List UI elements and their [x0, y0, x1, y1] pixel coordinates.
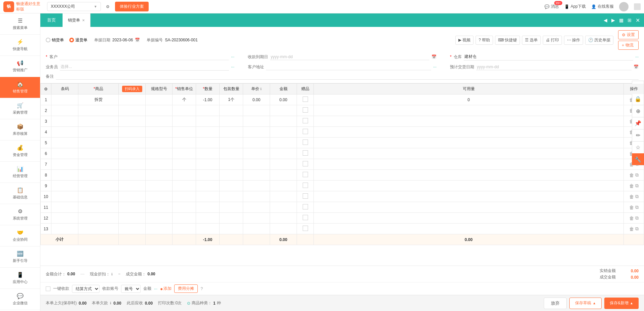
expected-delivery-input[interactable]: yyyy-mm-dd [476, 64, 632, 70]
sidebar-item-wechat[interactable]: 💬 企业微信 [0, 289, 40, 310]
calendar-icon[interactable]: 📅 [135, 38, 140, 42]
company-selector[interactable]: XXXXXX公司 ▼ [47, 2, 101, 11]
settlement-method-select[interactable]: 结算方式 [72, 285, 100, 293]
tab-close-icon[interactable]: ✕ [82, 18, 85, 22]
scan-button[interactable]: 扫码录入 [122, 86, 142, 92]
sidebar-item-purchase[interactable]: 🛒 采购管理 [0, 98, 40, 119]
radio-return-order[interactable]: 退货单 [69, 37, 87, 43]
payment-due-input[interactable]: yyyy-mm-dd [270, 54, 429, 60]
gift-checkbox[interactable] [303, 150, 308, 156]
gift-checkbox[interactable] [303, 107, 308, 113]
rf-edit-btn[interactable]: ✏ [632, 129, 644, 141]
salesperson-more-icon[interactable]: ··· [231, 65, 234, 69]
rf-lock-btn[interactable]: 🔒 [632, 93, 644, 105]
save-draft-button[interactable]: 保存草稿 ▲ [569, 298, 602, 309]
address-more-icon[interactable]: ··· [433, 65, 437, 69]
expense-split-btn[interactable]: 费用分摊 [174, 284, 198, 293]
delete-btn[interactable]: 🗑 [629, 172, 634, 178]
select-btn[interactable]: ☰ 选单 [522, 36, 541, 45]
account-select[interactable]: 账号 [121, 285, 141, 293]
sidebar-item-marketing[interactable]: 📢 营销推广 [0, 56, 40, 77]
gift-checkbox[interactable] [303, 183, 308, 188]
sidebar-item-operations[interactable]: 📊 经营管理 [0, 162, 40, 183]
row-pack-qty[interactable]: 1个 [220, 94, 243, 105]
sidebar-item-app-center[interactable]: 📱 应用中心 [0, 268, 40, 289]
debit-info-icon[interactable]: ℹ [110, 301, 111, 305]
sidebar-item-sales[interactable]: 🏠 销售管理 [0, 77, 40, 98]
one-click-payment-checkbox[interactable] [46, 286, 50, 291]
row-spec[interactable] [119, 94, 146, 105]
customer-address-input[interactable] [266, 64, 431, 70]
gift-checkbox[interactable] [303, 193, 308, 199]
copy-btn[interactable]: ⧉ [635, 194, 639, 199]
warehouse-more-icon[interactable]: ··· [635, 54, 639, 59]
gift-checkbox[interactable] [303, 204, 308, 209]
row-unit[interactable]: 个 [173, 94, 196, 105]
payment-more-icon[interactable]: ··· [154, 286, 157, 291]
row-quantity[interactable]: -1.00 [196, 94, 220, 105]
tab-grid2-icon[interactable]: ⊞ [626, 16, 633, 24]
tab-grid1-icon[interactable]: ▦ [618, 16, 625, 24]
gift-checkbox[interactable] [303, 172, 308, 177]
tab-close-all-icon[interactable]: ✕ [634, 16, 641, 25]
settings-icon[interactable]: ⚙ [103, 2, 112, 11]
warehouse-input[interactable]: 建材仓 [464, 53, 633, 61]
abandon-button[interactable]: 放弃 [544, 298, 567, 309]
expense-help-icon[interactable]: ? [200, 286, 203, 291]
sidebar-item-basic-info[interactable]: 📋 基础信息 [0, 183, 40, 204]
gift-checkbox[interactable] [303, 118, 308, 123]
sidebar-item-enterprise[interactable]: 🤝 企业协同 [0, 225, 40, 246]
message-btn[interactable]: 💬 消息 99+ [544, 4, 559, 9]
delete-btn[interactable]: 🗑 [629, 204, 634, 210]
copy-btn[interactable]: ⧉ [635, 172, 639, 178]
sidebar-item-search[interactable]: ☰ 搜索菜单 [0, 13, 40, 35]
sidebar-item-guide[interactable]: 🆕 新手引导 [0, 246, 40, 268]
print-btn[interactable]: 🖨 打印 [543, 36, 562, 45]
radio-sales-order[interactable]: 销货单 [46, 37, 64, 43]
trial-button[interactable]: 体验行业方案 [115, 2, 149, 11]
video-btn[interactable]: ▶ 视频 [455, 36, 473, 45]
sidebar-item-finance[interactable]: 💰 资金管理 [0, 141, 40, 162]
rf-add-btn[interactable]: ⊕ [632, 105, 644, 117]
customer-more-icon[interactable]: ··· [231, 54, 234, 59]
copy-btn[interactable]: ⧉ [635, 183, 639, 189]
rf-orange-btn[interactable]: 🔧 [632, 153, 644, 165]
sidebar-item-inventory[interactable]: 📦 库存核算 [0, 119, 40, 141]
unit-price-info-icon[interactable]: ℹ [260, 87, 262, 91]
gift-checkbox[interactable] [303, 226, 308, 231]
delete-btn[interactable]: 🗑 [629, 194, 634, 199]
shortcut-btn[interactable]: ⌨ 快捷键 [495, 36, 520, 45]
gift-checkbox[interactable] [303, 129, 308, 134]
tab-home[interactable]: 首页 [40, 13, 63, 27]
delete-btn[interactable]: 🗑 [629, 215, 634, 221]
row-unit-spec[interactable] [146, 94, 173, 105]
logistics-btn[interactable]: + 物流 [618, 41, 639, 50]
copy-btn[interactable]: ⧉ [635, 215, 639, 221]
row-amount[interactable]: 0.00 [270, 94, 297, 105]
row-product[interactable]: 拆货 [78, 94, 119, 105]
help-btn[interactable]: ? 帮助 [476, 36, 493, 45]
tab-sales-order[interactable]: 销货单 ✕ [63, 13, 90, 27]
history-btn[interactable]: 🕐 历史单据 [585, 36, 613, 45]
app-download-btn[interactable]: 📱 App下载 [564, 4, 586, 9]
payment-cal-icon[interactable]: 📅 [431, 54, 437, 59]
row-unit-price[interactable]: 0.00 [243, 94, 270, 105]
row-gift[interactable] [297, 94, 314, 105]
remarks-input[interactable] [56, 73, 639, 80]
th-scan[interactable]: 扫码录入 [119, 84, 146, 94]
cash-discount-info-icon[interactable]: ℹ [111, 272, 113, 276]
copy-btn[interactable]: ⧉ [635, 204, 639, 210]
save-new-button[interactable]: 保存&新增 ▲ [604, 298, 639, 309]
salesperson-input[interactable]: 选择... [60, 63, 229, 71]
gift-checkbox[interactable] [303, 96, 308, 102]
online-service-btn[interactable]: 👤 在线客服 [591, 4, 614, 9]
row-barcode[interactable] [51, 94, 78, 105]
add-payment-btn[interactable]: ● 添加 [160, 286, 172, 291]
tab-prev-icon[interactable]: ◀ [602, 16, 609, 24]
rf-pin-btn[interactable]: 📌 [632, 117, 644, 129]
operation-btn[interactable]: ⋯ 操作 [564, 36, 583, 45]
sidebar-item-quick-nav[interactable]: ⚡ 快捷导航 [0, 35, 40, 56]
delivery-cal-icon[interactable]: 📅 [634, 65, 639, 69]
settings-btn[interactable]: ⚙ 设置 [618, 30, 639, 39]
tab-next-icon[interactable]: ▶ [610, 16, 616, 24]
